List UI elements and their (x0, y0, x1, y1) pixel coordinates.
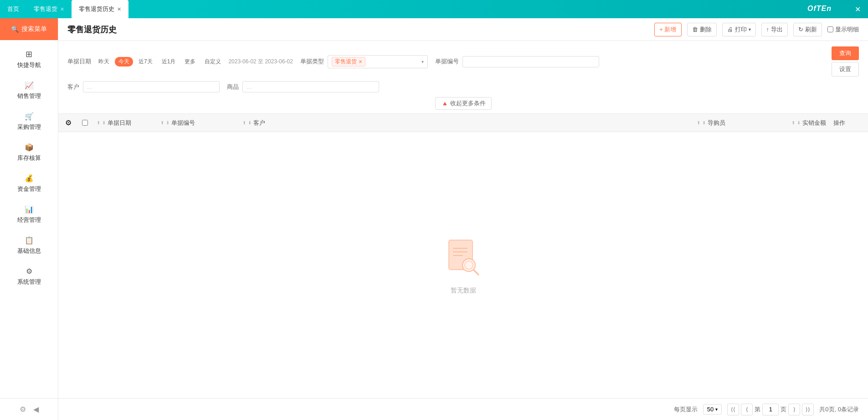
collapse-button[interactable]: 🔺 收起更多条件 (435, 97, 492, 110)
display-detail-checkbox-label[interactable]: 显示明细 (827, 26, 859, 34)
sidebar-item-inventory-label: 库存核算 (17, 154, 41, 162)
date-btn-yesterday[interactable]: 昨天 (95, 57, 113, 67)
doc-type-tag-close[interactable]: ✕ (359, 59, 362, 64)
doc-no-label: 单据编号 (435, 57, 459, 66)
goods-input[interactable]: ... (242, 81, 379, 92)
search-menu-label: 搜索菜单 (21, 25, 47, 33)
tab-retail-return[interactable]: 零售退货 ✕ (26, 0, 72, 18)
tab-retail-return-history-close[interactable]: ✕ (117, 6, 121, 12)
th-date[interactable]: ⬆ ⬇ 单据日期 (93, 119, 157, 127)
sidebar-item-purchase[interactable]: 🛒 采购管理 (0, 106, 58, 137)
refresh-icon: ↻ (798, 26, 803, 33)
customer-input[interactable]: ... (83, 81, 220, 92)
table-select-all-cell[interactable] (77, 120, 93, 126)
page-header: 零售退货历史 + 新增 🗑 删除 🖨 打印 ▾ ↑ 导出 ↻ (58, 18, 868, 41)
sort-up-icon-4: ⬆ (697, 120, 700, 125)
tab-home-label: 首页 (7, 5, 19, 13)
pagination-bar: 每页显示 50 ▾ ⟨⟨ ⟨ 第 页 ⟩ ⟩⟩ 共0页, 0条记录 (58, 398, 868, 420)
date-btn-7days[interactable]: 近7天 (135, 57, 156, 67)
window-close-button[interactable]: ✕ (855, 5, 861, 14)
page-next-button[interactable]: ⟩ (788, 404, 800, 415)
filter-settings-button[interactable]: 设置 (832, 62, 859, 77)
page-first-button[interactable]: ⟨⟨ (727, 404, 739, 415)
basicinfo-icon: 📋 (24, 235, 34, 245)
th-guide-label: 导购员 (708, 119, 725, 127)
doc-type-tag-label: 零售退货 (335, 58, 357, 66)
purchase-icon: 🛒 (24, 111, 34, 121)
sidebar-item-inventory[interactable]: 📦 库存核算 (0, 137, 58, 168)
sort-up-icon: ⬆ (97, 120, 100, 125)
page-prev-button[interactable]: ⟨ (741, 404, 753, 415)
page-size-label: 每页显示 (674, 405, 698, 414)
doc-no-filter-group: 单据编号 (435, 56, 599, 67)
goods-placeholder: ... (247, 83, 252, 90)
refresh-button[interactable]: ↻ 刷新 (793, 23, 822, 36)
tab-home[interactable]: 首页 (0, 0, 26, 18)
display-detail-checkbox[interactable] (827, 26, 833, 32)
page-number-input[interactable] (762, 404, 779, 415)
th-amount[interactable]: ⬆ ⬇ 实销金额 (766, 119, 830, 127)
customer-label: 客户 (67, 83, 79, 91)
search-menu-button[interactable]: 🔍 搜索菜单 (0, 18, 58, 40)
brand-text: OfTEn (807, 5, 832, 13)
add-button[interactable]: + 新增 (654, 23, 681, 36)
sidebar-item-purchase-label: 采购管理 (17, 123, 41, 131)
quicknav-icon: ⊞ (24, 49, 34, 59)
collapse-row: 🔺 收起更多条件 (67, 97, 859, 110)
sidebar-item-finance[interactable]: 💰 资金管理 (0, 168, 58, 199)
sidebar-item-system[interactable]: ⚙ 系统管理 (0, 261, 58, 292)
page-size-value: 50 (707, 406, 714, 413)
display-detail-label: 显示明细 (835, 26, 859, 34)
sidebar-item-basic-info[interactable]: 📋 基础信息 (0, 230, 58, 261)
delete-button[interactable]: 🗑 删除 (687, 23, 717, 36)
page-title: 零售退货历史 (67, 24, 117, 35)
search-menu-icon: 🔍 (11, 26, 19, 33)
sidebar-item-operations[interactable]: 📊 经营管理 (0, 199, 58, 230)
query-button[interactable]: 查询 (832, 46, 859, 60)
th-docno-label: 单据编号 (171, 119, 195, 127)
customer-placeholder: ... (87, 83, 92, 90)
filter-row-2: 客户 ... 商品 ... (67, 81, 859, 92)
sidebar-item-finance-label: 资金管理 (17, 185, 41, 193)
top-bar-right: ✕ (855, 5, 868, 14)
date-btn-custom[interactable]: 自定义 (201, 57, 225, 67)
top-bar: 首页 零售退货 ✕ 零售退货历史 ✕ OfTEn ✕ (0, 0, 868, 18)
print-icon: 🖨 (727, 26, 733, 33)
tab-bar: 首页 零售退货 ✕ 零售退货历史 ✕ (0, 0, 855, 18)
page-last-button[interactable]: ⟩⟩ (802, 404, 814, 415)
tab-retail-return-close[interactable]: ✕ (60, 6, 64, 12)
empty-text: 暂无数据 (451, 287, 476, 295)
main-layout: 🔍 搜索菜单 ⊞ 快捷导航 📈 销售管理 🛒 采购管理 📦 库存核算 💰 (0, 18, 868, 420)
page-label-pre: 第 (755, 405, 760, 414)
th-customer[interactable]: ⬆ ⬇ 客户 (239, 119, 693, 127)
th-guide[interactable]: ⬆ ⬇ 导购员 (693, 119, 766, 127)
sidebar-nav: ⊞ 快捷导航 📈 销售管理 🛒 采购管理 📦 库存核算 💰 资金管理 📊 (0, 40, 58, 398)
export-button[interactable]: ↑ 导出 (761, 23, 788, 36)
doc-no-input[interactable] (462, 56, 599, 67)
select-all-checkbox[interactable] (82, 120, 88, 126)
svg-line-5 (474, 270, 478, 275)
sort-down-icon-4: ⬇ (702, 120, 706, 125)
sort-down-icon-3: ⬇ (248, 120, 252, 125)
tab-retail-return-history[interactable]: 零售退货历史 ✕ (72, 0, 128, 18)
date-btn-more[interactable]: 更多 (181, 57, 199, 67)
sidebar-item-sales[interactable]: 📈 销售管理 (0, 75, 58, 106)
sidebar-pin-button[interactable]: ◀ (33, 405, 39, 414)
table-settings-cell[interactable]: ⚙ (60, 118, 77, 127)
tab-retail-return-label: 零售退货 (34, 5, 57, 13)
system-icon: ⚙ (24, 266, 34, 276)
th-action-label: 操作 (833, 119, 845, 127)
sidebar: 🔍 搜索菜单 ⊞ 快捷导航 📈 销售管理 🛒 采购管理 📦 库存核算 💰 (0, 18, 58, 420)
sidebar-settings-button[interactable]: ⚙ (20, 405, 26, 414)
filter-area: 单据日期 昨天 今天 近7天 近1月 更多 自定义 2023-06-02 至 2… (58, 41, 868, 114)
th-docno[interactable]: ⬆ ⬇ 单据编号 (157, 119, 239, 127)
date-btn-today[interactable]: 今天 (115, 57, 133, 67)
collapse-up-icon: 🔺 (441, 100, 448, 107)
date-btn-1month[interactable]: 近1月 (158, 57, 180, 67)
page-size-select[interactable]: 50 ▾ (703, 404, 722, 415)
print-button[interactable]: 🖨 打印 ▾ (722, 23, 756, 36)
toolbar: + 新增 🗑 删除 🖨 打印 ▾ ↑ 导出 ↻ 刷新 (654, 23, 859, 36)
doc-type-select[interactable]: 零售退货 ✕ ▾ (328, 55, 428, 68)
sidebar-item-quicknav[interactable]: ⊞ 快捷导航 (0, 44, 58, 75)
svg-point-4 (462, 259, 475, 271)
